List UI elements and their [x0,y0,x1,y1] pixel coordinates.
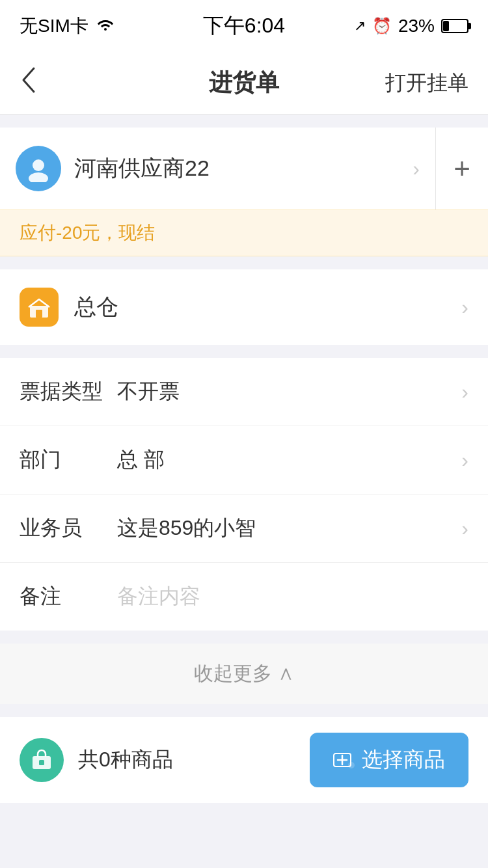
open-pending-button[interactable]: 打开挂单 [385,69,468,98]
department-label: 部门 [20,446,104,474]
wifi-icon [96,17,115,35]
supplier-chevron-icon: › [413,157,420,181]
product-count: 共0种商品 [78,746,310,774]
notice-bar: 应付-20元，现结 [0,210,488,256]
supplier-section: 河南供应商22 › + [0,128,488,210]
warehouse-section[interactable]: 总仓 › [0,269,488,345]
gray-background [0,803,488,868]
bottom-section: 共0种商品 选择商品 [0,717,488,803]
salesperson-value: 这是859的小智 [104,514,455,543]
battery-percentage: 23% [398,16,435,36]
supplier-avatar [16,146,61,191]
svg-point-1 [29,172,48,182]
collapse-button[interactable]: 收起更多 ∧ [0,644,488,704]
warehouse-chevron-icon: › [461,295,468,319]
invoice-type-chevron-icon: › [461,380,468,404]
nav-bar: 进货单 打开挂单 [0,52,488,115]
department-chevron-icon: › [461,448,468,472]
back-button[interactable] [20,66,59,100]
department-row[interactable]: 部门 总 部 › [0,426,488,495]
svg-point-0 [33,159,44,171]
select-product-label: 选择商品 [362,746,445,774]
select-product-button[interactable]: 选择商品 [310,733,468,787]
form-section: 票据类型 不开票 › 部门 总 部 › 业务员 这是859的小智 › 备注 备注… [0,358,488,631]
department-value: 总 部 [104,446,455,474]
salesperson-row[interactable]: 业务员 这是859的小智 › [0,495,488,563]
content-area: 河南供应商22 › + 应付-20元，现结 总仓 › 票据类型 不开票 › 部门 [0,128,488,868]
svg-rect-5 [39,760,44,765]
add-supplier-button[interactable]: + [436,128,488,210]
page-title: 进货单 [209,67,279,99]
status-bar-time: 下午6:04 [203,12,285,40]
remark-label: 备注 [20,582,104,611]
product-icon [20,738,64,782]
alarm-icon: ⏰ [372,17,392,35]
invoice-type-row[interactable]: 票据类型 不开票 › [0,358,488,426]
notice-text: 应付-20元，现结 [20,223,155,243]
remark-input[interactable]: 备注内容 [104,582,468,611]
warehouse-name: 总仓 [74,292,455,322]
invoice-type-label: 票据类型 [20,377,104,406]
svg-point-7 [348,762,355,768]
remark-row[interactable]: 备注 备注内容 [0,563,488,631]
svg-rect-3 [36,310,42,318]
carrier-label: 无SIM卡 [20,14,88,38]
salesperson-label: 业务员 [20,514,104,543]
status-bar-left: 无SIM卡 [20,14,115,38]
warehouse-icon [20,288,59,327]
supplier-selector[interactable]: 河南供应商22 › [0,128,436,210]
salesperson-chevron-icon: › [461,517,468,541]
battery-icon [441,19,468,33]
collapse-label: 收起更多 ∧ [194,660,293,687]
supplier-name: 河南供应商22 [74,154,406,183]
invoice-type-value: 不开票 [104,377,455,406]
status-bar-right: ↗ ⏰ 23% [354,16,468,36]
status-bar: 无SIM卡 下午6:04 ↗ ⏰ 23% [0,0,488,52]
location-icon: ↗ [354,18,366,34]
